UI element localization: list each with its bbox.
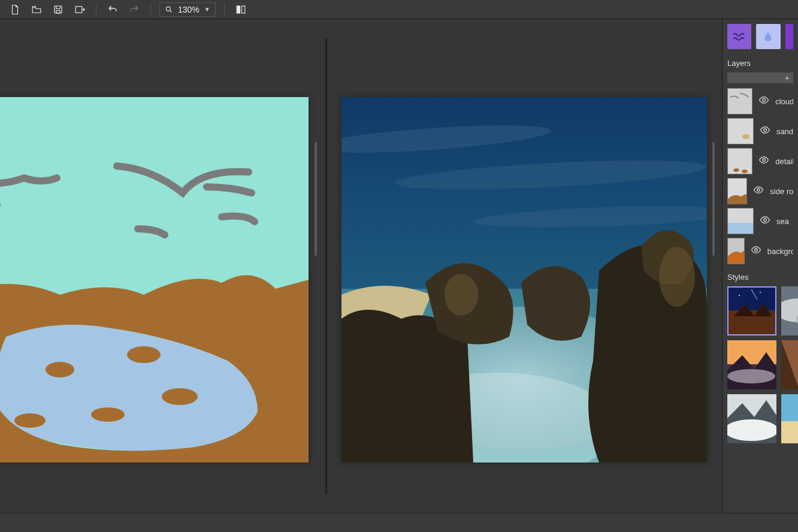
svg-rect-35: [728, 223, 754, 234]
svg-point-29: [733, 168, 739, 172]
plus-icon: +: [785, 73, 790, 83]
semantic-canvas[interactable]: [0, 97, 309, 463]
layer-row[interactable]: background: [727, 238, 793, 264]
svg-point-9: [127, 346, 161, 363]
svg-point-36: [764, 219, 767, 222]
svg-rect-1: [55, 6, 62, 13]
style-tile[interactable]: [781, 286, 798, 335]
style-tile[interactable]: [727, 340, 776, 389]
layer-thumb: [727, 148, 752, 174]
layers-list: cloud sand detail side rock sea backgrou…: [727, 88, 793, 264]
layer-thumb: [727, 118, 754, 144]
styles-title: Styles: [727, 273, 793, 282]
style-tile[interactable]: [781, 394, 798, 443]
svg-rect-23: [728, 89, 752, 114]
zoom-value: 130%: [178, 5, 200, 14]
layer-row[interactable]: sea: [727, 208, 793, 234]
style-tile[interactable]: [727, 286, 776, 335]
style-tile[interactable]: [727, 394, 776, 443]
redo-icon[interactable]: [126, 2, 142, 17]
open-folder-icon[interactable]: [29, 2, 44, 17]
layer-row[interactable]: sand: [727, 118, 793, 144]
svg-point-21: [659, 247, 695, 307]
canvas-stage: [0, 19, 798, 513]
new-file-icon[interactable]: [7, 2, 23, 17]
export-icon[interactable]: [72, 2, 87, 17]
svg-rect-54: [781, 421, 798, 443]
layer-thumb: [727, 178, 747, 204]
output-canvas[interactable]: [341, 97, 707, 463]
visibility-icon[interactable]: [760, 214, 770, 228]
separator: [150, 4, 151, 15]
svg-rect-6: [241, 6, 244, 13]
undo-icon[interactable]: [105, 2, 120, 17]
layer-thumb: [727, 88, 752, 114]
svg-point-33: [757, 189, 760, 192]
svg-point-4: [166, 7, 170, 11]
svg-point-8: [46, 362, 74, 377]
styles-grid: [727, 286, 793, 443]
scrollbar[interactable]: [712, 142, 715, 256]
svg-point-48: [727, 369, 775, 383]
visibility-icon[interactable]: [751, 244, 761, 258]
material-water[interactable]: [727, 24, 751, 49]
layer-thumb: [727, 208, 754, 234]
save-icon[interactable]: [50, 2, 66, 17]
svg-rect-28: [728, 149, 752, 174]
layer-name: sea: [776, 217, 789, 226]
drop-icon: [764, 32, 772, 41]
side-panel: Layers + cloud sand detail side rock sea: [722, 19, 798, 513]
separator: [96, 4, 96, 15]
chevron-down-icon: ▼: [204, 6, 210, 13]
svg-rect-2: [56, 10, 60, 13]
waves-icon: [733, 32, 746, 41]
svg-point-24: [763, 99, 766, 102]
separator: [224, 4, 225, 15]
svg-point-31: [763, 159, 766, 162]
svg-point-30: [742, 170, 748, 173]
svg-point-41: [739, 295, 740, 296]
svg-rect-3: [75, 6, 82, 13]
visibility-icon[interactable]: [753, 185, 764, 198]
svg-rect-34: [728, 208, 754, 223]
svg-point-10: [162, 388, 198, 405]
material-swatches: [727, 24, 793, 49]
svg-point-11: [91, 407, 125, 422]
bottom-bar: [0, 513, 798, 532]
visibility-icon[interactable]: [758, 95, 769, 108]
svg-point-12: [14, 413, 46, 428]
svg-point-44: [781, 298, 798, 322]
svg-point-26: [742, 134, 749, 139]
layer-row[interactable]: detail: [727, 148, 793, 174]
layer-name: side rock: [770, 187, 793, 196]
svg-point-52: [727, 419, 776, 441]
svg-rect-25: [728, 119, 754, 144]
svg-rect-53: [781, 394, 798, 421]
layers-title: Layers: [727, 59, 793, 68]
layer-name: cloud: [775, 97, 793, 106]
svg-point-38: [754, 249, 757, 252]
material-other[interactable]: [785, 24, 793, 49]
scrollbar[interactable]: [315, 142, 317, 256]
layer-name: sand: [776, 127, 793, 136]
layer-name: background: [767, 247, 793, 256]
svg-rect-5: [237, 6, 240, 13]
add-layer-button[interactable]: +: [727, 72, 793, 83]
layer-name: detail: [775, 157, 793, 166]
layer-row[interactable]: cloud: [727, 88, 793, 114]
svg-point-42: [760, 292, 761, 293]
visibility-icon[interactable]: [758, 155, 769, 168]
layer-row[interactable]: side rock: [727, 178, 793, 204]
material-snow[interactable]: [756, 24, 780, 49]
visibility-icon[interactable]: [760, 125, 770, 138]
style-tile[interactable]: [781, 340, 798, 389]
layer-thumb: [727, 238, 745, 264]
svg-point-27: [764, 129, 767, 132]
search-icon: [165, 5, 173, 14]
svg-point-22: [445, 274, 478, 316]
split-divider[interactable]: [325, 38, 327, 494]
zoom-dropdown[interactable]: 130% ▼: [159, 2, 216, 17]
compare-icon[interactable]: [233, 2, 249, 17]
top-toolbar: 130% ▼: [0, 0, 798, 19]
